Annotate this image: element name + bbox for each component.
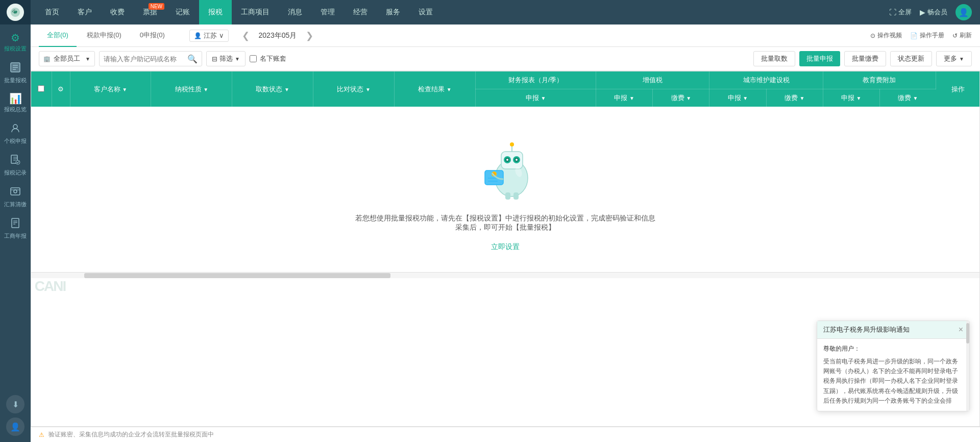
th-vat: 增值税 bbox=[596, 71, 709, 89]
setup-link[interactable]: 立即设置 bbox=[491, 242, 520, 252]
nav-message[interactable]: 消息 bbox=[279, 0, 311, 24]
th-vat-declare: 申报 ▼ bbox=[596, 89, 653, 107]
batch-fetch-btn[interactable]: 批量取数 bbox=[753, 51, 795, 66]
sidebar: ⚙ 报税设置 批量报税 📊 报税总览 bbox=[0, 24, 31, 442]
empty-message: 若您想使用批量报税功能，请先在【报税设置】中进行报税的初始化设置，完成密码验证和… bbox=[352, 214, 658, 232]
notification-scrollbar[interactable] bbox=[966, 321, 969, 411]
sidebar-item-annual-report[interactable]: 工商年报 bbox=[1, 213, 30, 244]
batch-declare-btn[interactable]: 批量申报 bbox=[799, 51, 840, 66]
tab-tax-declaration[interactable]: 税款申报(0) bbox=[79, 24, 130, 47]
search-icon[interactable]: 🔍 bbox=[187, 54, 198, 64]
data-table: ⚙ 客户名称 ▼ 纳税性质 ▼ 取数状态 ▼ 比对状态 ▼ bbox=[31, 71, 979, 272]
toolbar: 🏢 全部员工 ▼ 🔍 ⊟ 筛选 ▼ 名下账套 批量取数 bbox=[31, 47, 980, 71]
sidebar-bottom: ⬇ 👤 bbox=[6, 395, 24, 442]
fullscreen-btn[interactable]: ⛶ 全屏 bbox=[889, 8, 912, 17]
sidebar-item-batch-tax[interactable]: 批量报税 bbox=[1, 58, 30, 88]
status-update-btn[interactable]: 状态更新 bbox=[890, 51, 932, 66]
th-city-pay: 缴费 ▼ bbox=[766, 89, 823, 107]
operation-video-btn[interactable]: ⊙ 操作视频 bbox=[870, 31, 902, 40]
svg-rect-29 bbox=[505, 192, 510, 200]
nav-accounting[interactable]: 记账 bbox=[166, 0, 199, 24]
person-icon: 👤 bbox=[194, 32, 202, 39]
tax-record-icon bbox=[10, 154, 21, 167]
manual-icon: 📄 bbox=[910, 32, 918, 39]
annual-report-icon bbox=[10, 217, 21, 230]
th-fetch-status: 取数状态 ▼ bbox=[232, 71, 313, 107]
batch-pay-btn[interactable]: 批量缴费 bbox=[844, 51, 886, 66]
month-nav: ❮ 2023年05月 ❯ bbox=[241, 30, 314, 41]
notification-panel: 江苏电子税务局升级影响通知 × 尊敬的用户： 受当前电子税务局进一步升级的影响，… bbox=[817, 321, 970, 411]
user-avatar[interactable]: 👤 bbox=[955, 4, 972, 20]
nav-settings[interactable]: 设置 bbox=[409, 0, 442, 24]
svg-point-8 bbox=[14, 190, 17, 193]
svg-point-4 bbox=[13, 125, 17, 129]
next-month-btn[interactable]: ❯ bbox=[305, 30, 314, 41]
th-fr-declare: 申报 ▼ bbox=[475, 89, 596, 107]
nav-customer[interactable]: 客户 bbox=[68, 0, 101, 24]
empty-illustration bbox=[470, 137, 541, 204]
sidebar-item-tax-settings[interactable]: ⚙ 报税设置 bbox=[1, 29, 30, 57]
download-icon: ⬇ bbox=[12, 400, 19, 409]
video-icon: ⊙ bbox=[870, 32, 875, 39]
more-arrow-icon: ▼ bbox=[959, 56, 964, 62]
member-btn[interactable]: ▶ 畅会员 bbox=[920, 8, 947, 17]
notification-content: 受当前电子税务局进一步升级的影响，同一个政务网账号（办税人）名下的企业不能再同时… bbox=[823, 357, 963, 406]
dropdown-arrow-icon: ▼ bbox=[85, 56, 90, 62]
warning-icon: ⚠ bbox=[39, 431, 44, 438]
filter-icon: ⊟ bbox=[212, 55, 217, 63]
h-scrollbar-thumb[interactable] bbox=[84, 273, 390, 278]
refresh-btn[interactable]: ↺ 刷新 bbox=[952, 31, 972, 40]
tax-settings-icon: ⚙ bbox=[11, 33, 20, 43]
th-edu-declare: 申报 ▼ bbox=[823, 89, 879, 107]
sidebar-item-tax-record[interactable]: 报税记录 bbox=[1, 150, 30, 181]
th-action: 操作 bbox=[936, 71, 979, 107]
notification-title: 江苏电子税务局升级影响通知 bbox=[823, 325, 910, 334]
nav-business[interactable]: 工商项目 bbox=[232, 0, 279, 24]
sidebar-item-tax-overview[interactable]: 📊 报税总览 bbox=[1, 89, 30, 117]
tab-all[interactable]: 全部(0) bbox=[39, 24, 77, 47]
svg-rect-30 bbox=[513, 192, 519, 200]
nav-service[interactable]: 服务 bbox=[377, 0, 409, 24]
tab-zero-declaration[interactable]: 0申报(0) bbox=[132, 24, 173, 47]
region-selector[interactable]: 👤 江苏 ∨ bbox=[189, 30, 229, 42]
nav-billing[interactable]: 收费 bbox=[101, 0, 134, 24]
tab-bar: 全部(0) 税款申报(0) 0申报(0) 👤 江苏 ∨ ❮ 2023年05月 ❯ bbox=[31, 24, 980, 47]
download-btn[interactable]: ⬇ bbox=[6, 395, 24, 413]
sidebar-item-personal-tax[interactable]: 个税申报 bbox=[1, 118, 30, 149]
th-compare-status: 比对状态 ▼ bbox=[313, 71, 395, 107]
nav-tax[interactable]: 报税 bbox=[199, 0, 232, 24]
nav-home[interactable]: 首页 bbox=[36, 0, 68, 24]
th-settings: ⚙ bbox=[52, 71, 70, 107]
tax-overview-icon: 📊 bbox=[9, 93, 22, 104]
member-icon: ▶ bbox=[920, 8, 925, 16]
sidebar-item-settlement[interactable]: 汇算清缴 bbox=[1, 182, 30, 212]
nav-right: ⛶ 全屏 ▶ 畅会员 👤 bbox=[889, 4, 980, 20]
nav-operation[interactable]: 经营 bbox=[344, 0, 377, 24]
user-setting-btn[interactable]: 👤 bbox=[6, 418, 24, 436]
svg-point-18 bbox=[506, 159, 508, 161]
filter-btn[interactable]: ⊟ 筛选 ▼ bbox=[206, 51, 246, 66]
notification-close-btn[interactable]: × bbox=[959, 326, 963, 334]
status-text: 验证账密、采集信息均成功的企业才会流转至批量报税页面中 bbox=[48, 430, 214, 439]
top-nav: 首页 客户 收费 票据 NEW 记账 报税 工商项目 消息 管理 经营 服务 设… bbox=[0, 0, 980, 24]
employee-selector[interactable]: 🏢 全部员工 ▼ bbox=[39, 51, 95, 66]
select-all-checkbox[interactable] bbox=[38, 85, 44, 92]
search-input[interactable] bbox=[104, 55, 185, 63]
nav-invoice[interactable]: 票据 NEW bbox=[134, 0, 166, 24]
more-btn[interactable]: 更多 ▼ bbox=[936, 51, 972, 66]
th-vat-pay: 缴费 ▼ bbox=[653, 89, 709, 107]
nav-management[interactable]: 管理 bbox=[311, 0, 344, 24]
dropdown-icon: ∨ bbox=[219, 32, 224, 39]
prev-month-btn[interactable]: ❮ bbox=[241, 30, 251, 41]
fullscreen-icon: ⛶ bbox=[889, 8, 896, 16]
checkbox-label[interactable]: 名下账套 bbox=[250, 54, 286, 63]
notification-header: 江苏电子税务局升级影响通知 × bbox=[817, 321, 969, 339]
logo-area[interactable] bbox=[0, 0, 31, 24]
refresh-icon: ↺ bbox=[952, 32, 958, 39]
filter-arrow-icon: ▼ bbox=[235, 56, 240, 62]
name-account-checkbox[interactable] bbox=[250, 55, 257, 62]
tab-right-actions: ⊙ 操作视频 📄 操作手册 ↺ 刷新 bbox=[870, 31, 972, 40]
operation-manual-btn[interactable]: 📄 操作手册 bbox=[910, 31, 944, 40]
status-bar: ⚠ 验证账密、采集信息均成功的企业才会流转至批量报税页面中 bbox=[31, 427, 980, 442]
user-setting-icon: 👤 bbox=[10, 422, 20, 432]
